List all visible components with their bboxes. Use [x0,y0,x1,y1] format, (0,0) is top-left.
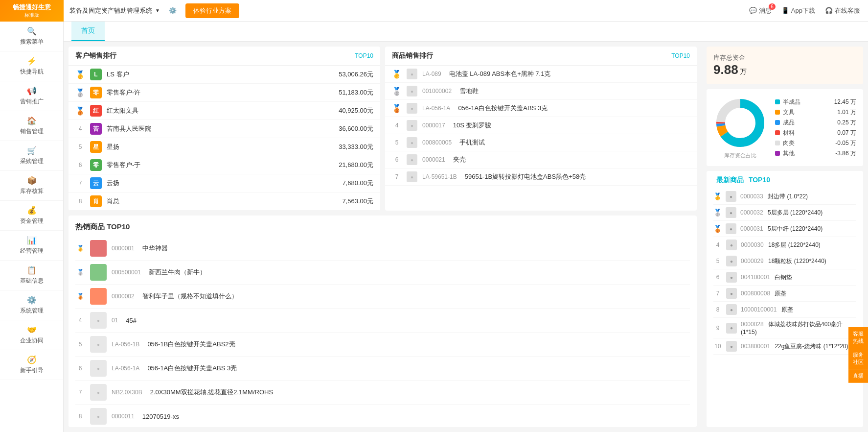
hot-product-img-placeholder: ● [90,360,107,377]
hot-product-row: 🥉 0000002 智利车子里（规格不知道填什么） [75,285,690,309]
sidebar-inventory-label: 库存核算 [20,187,44,195]
legend-name: 其他 [783,149,832,158]
legend-item: 材料 0.07 万 [775,129,856,137]
newest-name: 封边带 (1.0*22) [768,193,808,200]
marketing-icon: 📢 [27,86,37,96]
product-code: 000800005 [422,139,452,146]
legend-value: 12.45 万 [834,98,856,106]
hot-product-img-placeholder: ● [90,384,107,401]
legend-item: 其他 -3.86 万 [775,149,856,158]
product-code: 0000021 [422,156,445,163]
sidebar-item-quicknav[interactable]: ⚡ 快捷导航 [0,51,63,81]
inventory-icon: 📦 [27,176,37,185]
customer-avatar: 红 [90,105,102,117]
header-right: 💬 消息 6 📱 App下载 🎧 在线客服 [749,6,860,15]
newest-rank-num: 9 [713,325,722,332]
operations-icon: 📊 [27,236,37,245]
product-img-placeholder: ● [407,120,417,131]
finance-icon: 💰 [27,206,37,215]
hot-product-row: 🥈 000500001 新西兰牛肉（新牛） [75,261,690,285]
hot-product-code: 0000001 [112,245,135,252]
sidebar-item-basics[interactable]: 📋 基础信息 [0,261,63,290]
product-img-placeholder: ● [407,69,417,79]
newest-img-placeholder: ● [726,304,737,315]
float-btn-community[interactable]: 服务社区 [848,348,868,369]
sidebar-item-marketing[interactable]: 📢 营销推广 [0,81,63,111]
sidebar-item-system[interactable]: ⚙️ 系统管理 [0,290,63,320]
customer-value: 21,680.00元 [339,161,373,169]
legend-color-dot [775,120,780,125]
newest-product-info: 0000031 5层中纤 (1220*2440) [740,225,856,233]
legend-value: -3.86 万 [835,149,856,158]
legend-name: 成品 [783,119,834,127]
bronze-medal-icon: 🥉 [392,104,402,113]
trial-button[interactable]: 体验行业方案 [185,3,239,18]
hot-rank-num: 4 [75,317,85,324]
legend-color-dot [775,99,780,104]
customer-value: 51,183.00元 [339,88,373,97]
sidebar-item-cooperation[interactable]: 🤝 企业协同 [0,320,63,350]
product-rank-row: 6 ● 0000021 夹壳 [385,151,697,168]
newest-product-row: 8 ● 10000100001 原垄 [713,302,856,318]
online-service-label: 在线客服 [835,6,860,15]
product-rank-row: 🥇 ● LA-089 电池盖 LA-089 ABS本色+黑种 7.1克 [385,66,697,83]
inventory-unit: 万 [740,68,747,75]
customer-avatar: 苦 [90,123,102,135]
customer-name: 星扬 [107,143,334,151]
hot-product-row: 6 ● LA-056-1A 056-1A白色按键开关盖ABS 3壳 [75,357,690,381]
float-btn-live[interactable]: 直播 [848,369,868,383]
customer-value: 36,600.00元 [339,124,373,133]
newest-img-placeholder: ● [726,288,737,299]
hot-rank-1: 🥇 [75,245,85,252]
content-area: 首页 客户销售排行 TOP10 🥇 [64,22,868,432]
sidebar-item-finance[interactable]: 💰 资金管理 [0,201,63,231]
sidebar-item-operations[interactable]: 📊 经营管理 [0,231,63,261]
chart-label: 库存资金占比 [713,152,767,159]
newest-img-placeholder: ● [726,240,737,250]
hot-product-row: 🥇 0000001 中华神器 [75,237,690,261]
svg-point-5 [727,109,754,137]
legend-name: 文具 [783,108,834,117]
system-name: 装备及固定资产辅助管理系统 [69,6,152,15]
hot-product-row: 7 ● NB2.0X30B 2.0X30MM双搓花轴,搓花直径2.1MM/ROH… [75,381,690,405]
hot-product-img-placeholder: ● [90,312,107,329]
sidebar-item-guide[interactable]: 🧭 新手引导 [0,350,63,380]
sidebar-item-sales[interactable]: 🏠 销售管理 [0,111,63,141]
newest-product-info: 0000033 封边带 (1.0*22) [740,192,856,201]
sidebar-item-search[interactable]: 🔍 搜索菜单 [0,22,63,51]
newest-code: 0000028 [741,321,764,328]
product-img-placeholder: ● [407,86,417,96]
sidebar-item-purchase[interactable]: 🛒 采购管理 [0,141,63,171]
online-service-button[interactable]: 🎧 在线客服 [825,6,860,15]
product-name: 雪地鞋 [459,87,690,96]
product-ranking-header: 商品销售排行 TOP10 [385,47,697,66]
customer-rank-row: 4 苦 苦南县人民医院 36,600.00元 [69,120,380,138]
customer-avatar: 云 [90,177,102,189]
newest-name: 5层中纤 (1220*2440) [768,225,822,232]
product-name: 手机测试 [459,138,690,147]
newest-name: 白钢垫 [775,274,792,281]
gold-medal-icon: 🥇 [75,70,85,79]
gear-button[interactable]: ⚙️ [166,4,180,18]
hot-product-code: LA-056-1A [112,365,139,372]
product-code: LA-59651-1B [422,173,457,180]
newest-code: 004100001 [741,274,770,281]
customer-name: 红太阳文具 [107,106,334,115]
newest-product-info: 0000032 5层多层 (1220*2440) [740,209,856,217]
customer-avatar: 肖 [90,195,102,207]
sidebar-item-inventory[interactable]: 📦 库存核算 [0,171,63,201]
hot-product-name: 中华神器 [142,244,168,253]
message-button[interactable]: 💬 消息 6 [749,6,772,15]
product-img-placeholder: ● [407,154,417,165]
float-btn-service[interactable]: 客服热线 [848,327,868,348]
brand-title: 畅捷通好生意 [13,3,51,12]
newest-product-info: 003800001 22g鱼豆腐-烧烤味 (1*12*20) [741,342,856,351]
product-code: LA-056-1A [422,105,450,112]
system-selector[interactable]: 装备及固定资产辅助管理系统 ▼ [69,6,160,15]
newest-product-row: 5 ● 0000029 18颗粒板 (1220*2440) [713,253,856,269]
message-icon: 💬 [749,7,757,14]
app-download-button[interactable]: 📱 App下载 [781,6,815,15]
sidebar-search-label: 搜索菜单 [20,38,44,46]
tab-home[interactable]: 首页 [71,22,105,41]
message-badge: 6 [769,3,776,10]
